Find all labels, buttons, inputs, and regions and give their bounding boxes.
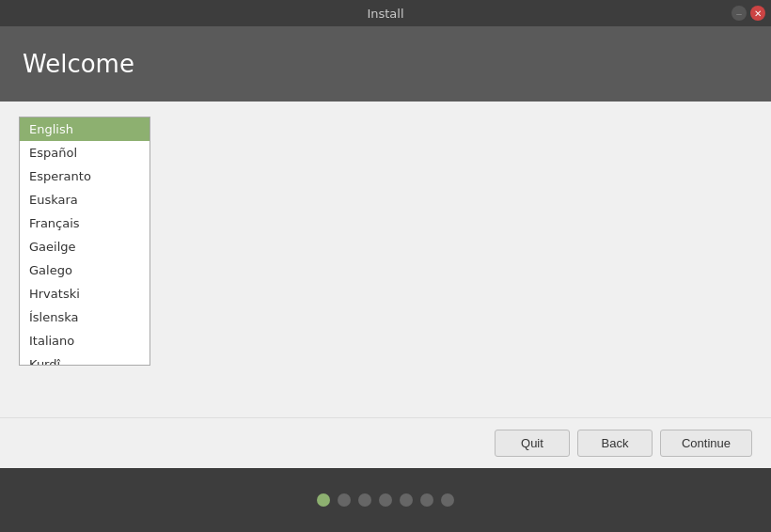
language-item[interactable]: Galego (20, 258, 149, 282)
language-item[interactable]: Italiano (20, 329, 149, 352)
main-window: Welcome EnglishEspañolEsperantoEuskaraFr… (0, 26, 771, 468)
continue-button[interactable]: Continue (660, 430, 752, 457)
content-area: EnglishEspañolEsperantoEuskaraFrançaisGa… (0, 102, 771, 417)
language-item[interactable]: Français (20, 211, 149, 235)
header: Welcome (0, 26, 771, 102)
language-item[interactable]: Hrvatski (20, 282, 149, 305)
language-item[interactable]: Español (20, 141, 149, 164)
back-button[interactable]: Back (577, 430, 653, 457)
titlebar: Install – ✕ (0, 0, 771, 26)
progress-dot (317, 493, 330, 507)
language-item[interactable]: English (20, 117, 149, 141)
language-list[interactable]: EnglishEspañolEsperantoEuskaraFrançaisGa… (19, 117, 150, 366)
progress-dot (358, 493, 371, 507)
language-item[interactable]: Esperanto (20, 164, 149, 188)
language-item[interactable]: Euskara (20, 188, 149, 211)
language-item[interactable]: Gaeilge (20, 235, 149, 258)
progress-dot (420, 493, 433, 507)
progress-area (0, 468, 771, 532)
progress-dot (379, 493, 392, 507)
footer: Quit Back Continue (0, 417, 771, 468)
quit-button[interactable]: Quit (495, 430, 570, 457)
window-title: Install (367, 7, 403, 21)
titlebar-controls: – ✕ (732, 6, 765, 21)
minimize-button[interactable]: – (732, 6, 747, 21)
page-title: Welcome (23, 50, 134, 78)
language-item[interactable]: Íslenska (20, 305, 149, 329)
progress-dot (400, 493, 413, 507)
progress-dot (441, 493, 454, 507)
close-button[interactable]: ✕ (750, 6, 765, 21)
language-item[interactable]: Kurdî (20, 352, 149, 366)
progress-dot (338, 493, 351, 507)
